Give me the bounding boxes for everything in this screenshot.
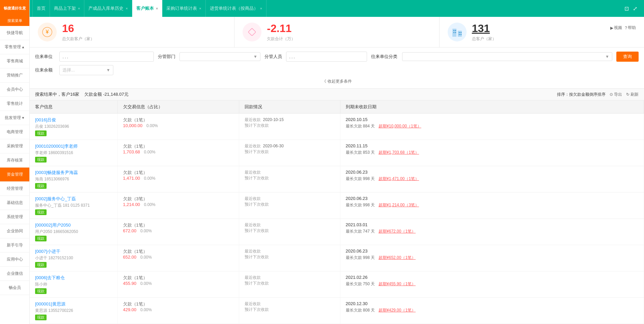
video-icon: ▶ (610, 26, 613, 30)
customer-name-link[interactable]: [0007]小进干 (35, 249, 60, 254)
overdue-amount-link[interactable]: 超期¥1,214.00（3笔） (379, 203, 419, 207)
window-restore-btn[interactable]: ⊡ (623, 5, 630, 12)
svg-rect-11 (459, 34, 460, 35)
tab-purchase-order[interactable]: 采购订单统计表 × (162, 0, 205, 17)
table-row: [0003]畅捷服务尹海蕊 海燕 18513066976 现款 欠款（1笔） 1… (30, 166, 644, 193)
stat-icon-diamond (243, 23, 261, 41)
person-input[interactable]: ... (286, 52, 367, 62)
payment-tag: 现款 (35, 236, 47, 241)
tab-close-products[interactable]: × (78, 6, 80, 10)
video-action[interactable]: ▶ 视频 (610, 25, 622, 31)
tab-close-customer[interactable]: × (156, 6, 158, 10)
overdue-amount-link[interactable]: 超期¥1,703.68（1笔） (379, 150, 419, 155)
retail-mgmt-item[interactable]: 零售管理 ▲ (0, 40, 29, 54)
basic-info-item[interactable]: 基础信息 (0, 196, 29, 210)
sys-mgmt-item[interactable]: 系统管理 (0, 210, 29, 224)
debt-amount[interactable]: 652.00 (123, 255, 137, 260)
recent-label: 最近收款 (245, 196, 261, 201)
overdue-days: 最长欠款 998 天 (346, 203, 375, 207)
batch-mgmt-item[interactable]: 批发管理 ▼ (0, 111, 29, 125)
due-date: 2020.06.23 (346, 248, 639, 254)
customer-contact: 海燕 18513066976 (35, 176, 112, 182)
refresh-btn[interactable]: ↻ 刷新 (626, 92, 639, 97)
vip-member-item[interactable]: 畅会员 (0, 281, 29, 295)
overdue-amount-link[interactable]: 超期¥672.00（1笔） (379, 229, 416, 234)
window-expand-btn[interactable]: ⤢ (632, 5, 639, 12)
overdue-days: 最长欠款 998 天 (346, 176, 375, 181)
customer-name-link[interactable]: [0016]吕俊 (35, 117, 56, 122)
operation-item[interactable]: 经营管理 (0, 182, 29, 196)
marketing-item[interactable]: 营销推广 (0, 68, 29, 83)
next-label: 预计下次收款 (245, 228, 335, 234)
tab-close-purchase[interactable]: × (199, 6, 201, 10)
stat-label-overdue-customers: 总欠款客户（家） (62, 36, 226, 42)
customer-name-link[interactable]: [000001]黄思源 (35, 301, 65, 306)
debt-amount[interactable]: 672.00 (123, 228, 137, 233)
collapse-btn[interactable]: 《 收起更多条件 (35, 79, 639, 84)
debt-amount[interactable]: 1,214.00 (123, 202, 140, 207)
retail-mall-item[interactable]: 零售商城 (0, 54, 29, 68)
tab-inventory-stat[interactable]: 进货单统计表（按商品） × (206, 0, 267, 17)
ecommerce-item[interactable]: 电商管理 (0, 125, 29, 139)
customer-contact: 陈小帅 (35, 282, 112, 287)
enterprise-coop-item[interactable]: 企业协同 (0, 224, 29, 238)
tab-prod-history[interactable]: 产成品入库单历史 × (84, 0, 132, 17)
svg-rect-4 (458, 31, 462, 37)
customer-name-link[interactable]: [00010200001]李老师 (35, 144, 78, 149)
customer-name-link[interactable]: [0006]去下粮仓 (35, 275, 65, 280)
new-guide-item[interactable]: 新手引导 (0, 238, 29, 253)
debt-amount[interactable]: 1,471.00 (123, 176, 140, 181)
overdue-amount-link[interactable]: 超期¥1,471.00（1笔） (379, 176, 419, 181)
inventory-item[interactable]: 库存核算 (0, 153, 29, 168)
recent-date: 2020-06-30 (262, 144, 284, 148)
overdue-amount-link[interactable]: 超期¥455.90（1笔） (379, 282, 416, 286)
stat-number-total-customers: 131 (472, 22, 605, 35)
debt-amount[interactable]: 1,703.68 (123, 149, 140, 154)
quick-nav-item[interactable]: 快捷导航 (0, 26, 29, 40)
search-menu-item[interactable]: 搜索菜单 (0, 17, 29, 26)
app-center-item[interactable]: 应用中心 (0, 253, 29, 267)
tab-close-prod-history[interactable]: × (125, 6, 128, 10)
overdue-amount-link[interactable]: 超期¥429.00（1笔） (379, 308, 416, 313)
next-label: 预计下次收款 (245, 149, 335, 155)
debt-count: 欠款（1笔） (123, 143, 233, 149)
overdue-days: 最长欠款 750 天 (346, 282, 375, 286)
stats-bar: ¥ 16 总欠款客户（家） -2.11 欠款合计（万） (30, 17, 644, 48)
tab-customer-account[interactable]: 客户账本 × (132, 0, 162, 17)
customer-input[interactable]: ... (59, 52, 154, 62)
sort-label[interactable]: 排序：按欠款金额倒序排序 (557, 92, 606, 97)
capital-mgmt-item[interactable]: 资金管理 (0, 168, 29, 182)
balance-select[interactable]: 选择... ▼ (59, 65, 113, 75)
debt-amount[interactable]: 429.00 (123, 307, 137, 312)
tab-close-inventory[interactable]: × (260, 6, 262, 10)
debt-count: 欠款（1笔） (123, 248, 233, 255)
table-row: [000001]黄思源 黄思源 13552700226 现款 欠款（1笔） 42… (30, 298, 644, 324)
category-select[interactable]: ▼ (402, 52, 612, 61)
stat-icon-building (448, 23, 467, 41)
member-center-item[interactable]: 会员中心 (0, 83, 29, 97)
retail-stat-item[interactable]: 零售统计 (0, 97, 29, 111)
dept-select[interactable]: ▼ (179, 52, 260, 61)
logo-text: 畅捷通好生意 (4, 6, 26, 10)
debt-count: 欠款（1笔） (123, 275, 233, 281)
tab-home[interactable]: 首页 (32, 0, 50, 17)
enterprise-wx-item[interactable]: 企业微信 (0, 267, 29, 281)
person-filter-label: 分管人员 (264, 54, 282, 60)
purchase-mgmt-item[interactable]: 采购管理 (0, 139, 29, 153)
debt-percent: 0.00% (146, 123, 158, 128)
customer-name-link[interactable]: [0002]服务中心_丁磊 (35, 196, 76, 201)
export-btn[interactable]: ⊙ 导出 (610, 92, 622, 97)
table-row: [0006]去下粮仓 陈小帅 现款 欠款（1笔） 455.90 0.00% 最近… (30, 271, 644, 298)
search-button[interactable]: 查询 (616, 52, 639, 62)
debt-amount[interactable]: 10,000.00 (123, 123, 143, 128)
overdue-amount-link[interactable]: 超期¥10,000.00（1笔） (379, 124, 421, 128)
overdue-days: 最长欠款 884 天 (346, 124, 375, 128)
col-recover: 回款情况 (239, 100, 340, 114)
help-action[interactable]: ? 帮助 (625, 25, 636, 31)
debt-amount[interactable]: 455.90 (123, 281, 137, 286)
customer-name-link[interactable]: [0003]畅捷服务尹海蕊 (35, 170, 78, 175)
recent-label: 最近收款 (245, 223, 261, 227)
tab-products-off[interactable]: 商品上下架 × (50, 0, 84, 17)
overdue-amount-link[interactable]: 超期¥652.00（1笔） (379, 255, 416, 260)
customer-name-link[interactable]: [000002]用户2050 (35, 223, 71, 228)
